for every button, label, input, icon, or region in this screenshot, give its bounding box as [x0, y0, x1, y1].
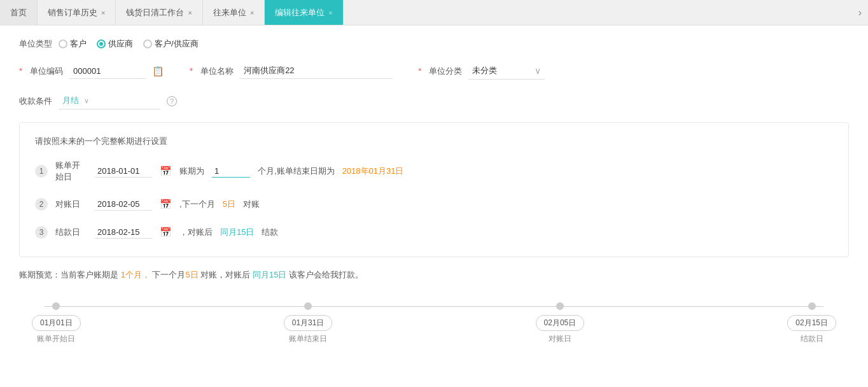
period-num-1: 1: [35, 165, 48, 178]
tab-edit-partner[interactable]: 编辑往来单位 ×: [265, 0, 343, 25]
period-suffix-mid-1: 个月,账单结束日期为: [258, 165, 335, 177]
tab-bar: 首页 销售订单历史 × 钱货日清工作台 × 往来单位 × 编辑往来单位 × ›: [0, 0, 868, 25]
timeline-container: 01月01日 账单开始日 01月31日 账单结束日 02月05日 对账日: [19, 295, 849, 344]
period-end-date-highlight: 2018年01月31日: [342, 165, 404, 177]
name-label: 单位名称: [200, 66, 234, 77]
radio-customer[interactable]: 客户: [59, 38, 87, 50]
period-pay-prefix: ，对账后: [179, 227, 213, 238]
code-required: *: [19, 66, 22, 76]
period-label-3: 结款日: [55, 227, 87, 238]
tab-scroll-arrow[interactable]: ›: [852, 0, 868, 25]
timeline-nodes: 01月01日 账单开始日 01月31日 账单结束日 02月05日 对账日: [32, 295, 836, 344]
unit-type-label: 单位类型: [19, 38, 52, 50]
period-reconcile-suffix: 对账: [243, 199, 260, 210]
main-content: 单位类型 客户 供应商 客户/供应商 * 单位编码 📋 * 单位名称 * 单位分…: [0, 25, 868, 387]
period-date-1[interactable]: [95, 165, 152, 178]
period-reconcile-prefix: ,下一个月: [179, 199, 215, 210]
timeline-label-3: 对账日: [549, 334, 571, 344]
payment-select[interactable]: 月结 ∨: [59, 92, 160, 109]
help-icon[interactable]: ?: [167, 96, 177, 106]
tab-sales-history[interactable]: 销售订单历史 ×: [38, 0, 116, 25]
payment-arrow-icon: ∨: [84, 97, 89, 105]
period-settings-box: 请按照未来的一个完整帐期进行设置 1 账单开始日 📅 账期为 个月,账单结束日期…: [19, 122, 849, 257]
timeline-label-2: 账单结束日: [289, 334, 327, 344]
name-required: *: [190, 66, 193, 76]
timeline-badge-1: 01月01日: [32, 315, 81, 331]
code-label: 单位编码: [30, 66, 63, 77]
tab-close-partner-unit[interactable]: ×: [250, 9, 254, 17]
code-name-category-row: * 单位编码 📋 * 单位名称 * 单位分类 未分类 ∨: [19, 62, 849, 80]
period-row-1: 1 账单开始日 📅 账期为 个月,账单结束日期为 2018年01月31日: [35, 160, 833, 183]
timeline-node-3: 02月05日 对账日: [536, 295, 585, 344]
period-reconcile-day: 5日: [223, 199, 235, 210]
name-input[interactable]: [240, 64, 393, 79]
unit-type-row: 单位类型 客户 供应商 客户/供应商: [19, 38, 849, 50]
period-pay-suffix: 结款: [262, 227, 278, 238]
timeline-badge-4: 02月15日: [787, 315, 836, 331]
timeline-dot-4: [808, 302, 816, 310]
period-suffix-before-1: 账期为: [179, 165, 204, 177]
preview-label: 账期预览：当前客户账期是: [19, 270, 118, 279]
period-instruction: 请按照未来的一个完整帐期进行设置: [35, 136, 833, 147]
timeline-dot-1: [52, 302, 60, 310]
timeline-node-2: 01月31日 账单结束日: [284, 295, 333, 344]
period-label-1: 账单开始日: [55, 160, 87, 183]
category-arrow-icon: ∨: [535, 66, 541, 76]
category-select[interactable]: 未分类 ∨: [468, 62, 545, 80]
period-cal-2[interactable]: 📅: [160, 199, 172, 210]
period-date-3[interactable]: [95, 226, 152, 239]
unit-type-radio-group: 客户 供应商 客户/供应商: [59, 38, 199, 50]
radio-both[interactable]: 客户/供应商: [143, 38, 199, 50]
tab-close-sales-history[interactable]: ×: [101, 9, 105, 17]
preview-section: 账期预览：当前客户账期是 1个月， 下一个月5日 对账，对账后 同月15日 该客…: [19, 267, 849, 282]
tab-close-cash-desk[interactable]: ×: [188, 9, 192, 17]
period-months-input[interactable]: [212, 165, 250, 178]
preview-pay-text: 该客户会给我打款。: [289, 270, 363, 279]
timeline-dot-2: [304, 302, 312, 310]
tab-close-edit-partner[interactable]: ×: [328, 9, 332, 17]
radio-circle-customer: [59, 39, 67, 48]
timeline-badge-2: 01月31日: [284, 315, 333, 331]
period-cal-1[interactable]: 📅: [160, 165, 172, 177]
tab-partner-unit[interactable]: 往来单位 ×: [203, 0, 265, 25]
code-input[interactable]: [69, 64, 146, 79]
radio-supplier[interactable]: 供应商: [97, 38, 133, 50]
period-pay-day: 同月15日: [220, 227, 254, 238]
timeline-node-4: 02月15日 结款日: [787, 295, 836, 344]
preview-reconcile-text: 对账，对账后: [200, 270, 250, 279]
payment-row: 收款条件 月结 ∨ ?: [19, 92, 849, 109]
code-pick-icon[interactable]: 📋: [152, 66, 164, 77]
preview-pay-day: 同月15日: [253, 270, 286, 279]
timeline-label-4: 结款日: [801, 334, 823, 344]
period-date-2[interactable]: [95, 198, 152, 211]
period-cal-3[interactable]: 📅: [160, 227, 172, 238]
timeline-badge-3: 02月05日: [536, 315, 585, 331]
preview-reconcile-prefix: 下一个月: [152, 270, 185, 279]
timeline-node-1: 01月01日 账单开始日: [32, 295, 81, 344]
radio-circle-supplier: [97, 39, 106, 48]
tab-cash-desk[interactable]: 钱货日清工作台 ×: [116, 0, 202, 25]
radio-circle-both: [143, 39, 152, 48]
preview-months: 1个月，: [121, 270, 150, 279]
payment-label: 收款条件: [19, 95, 52, 107]
payment-value: 月结: [62, 95, 79, 106]
period-num-3: 3: [35, 226, 48, 239]
category-value: 未分类: [472, 65, 497, 76]
preview-reconcile-day: 5日: [185, 270, 198, 279]
category-label: 单位分类: [429, 66, 462, 77]
category-required: *: [418, 66, 421, 76]
period-num-2: 2: [35, 198, 48, 211]
tab-home[interactable]: 首页: [0, 0, 38, 25]
period-label-2: 对账日: [55, 199, 87, 210]
timeline-dot-3: [556, 302, 564, 310]
period-row-2: 2 对账日 📅 ,下一个月 5日 对账: [35, 198, 833, 211]
period-row-3: 3 结款日 📅 ，对账后 同月15日 结款: [35, 226, 833, 239]
timeline-label-1: 账单开始日: [37, 334, 75, 344]
